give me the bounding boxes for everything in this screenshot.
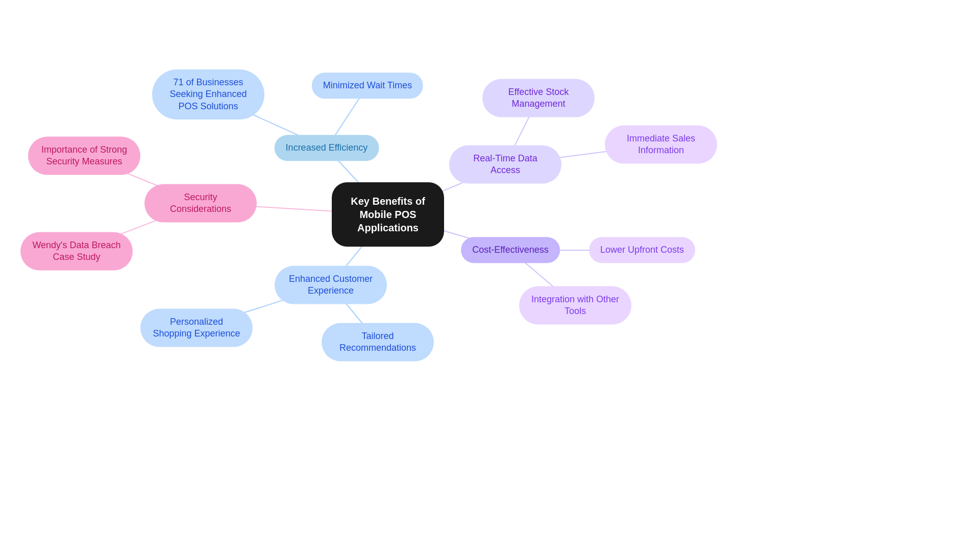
security-considerations-node: Security Considerations	[144, 184, 257, 223]
personalized-shopping-node: Personalized Shopping Experience	[140, 309, 253, 347]
effective-stock-node: Effective Stock Management	[482, 79, 595, 117]
real-time-data-node: Real-Time Data Access	[449, 146, 561, 184]
importance-security-node: Importance of Strong Security Measures	[28, 137, 140, 175]
cost-effectiveness-node: Cost-Effectiveness	[461, 237, 560, 263]
enhanced-customer-node: Enhanced Customer Experience	[275, 266, 387, 304]
wendys-breach-node: Wendy's Data Breach Case Study	[20, 232, 133, 271]
increased-efficiency-node: Increased Efficiency	[275, 135, 379, 161]
immediate-sales-node: Immediate Sales Information	[605, 126, 717, 164]
tailored-recommendations-node: Tailored Recommendations	[322, 323, 434, 362]
71-businesses-node: 71 of Businesses Seeking Enhanced POS So…	[152, 69, 264, 119]
integration-tools-node: Integration with Other Tools	[519, 286, 631, 325]
center-node: Key Benefits of Mobile POS Applications	[332, 182, 444, 247]
minimized-wait-times-node: Minimized Wait Times	[312, 73, 423, 99]
mindmap-container: Key Benefits of Mobile POS ApplicationsI…	[0, 0, 980, 553]
lower-upfront-node: Lower Upfront Costs	[589, 237, 695, 263]
